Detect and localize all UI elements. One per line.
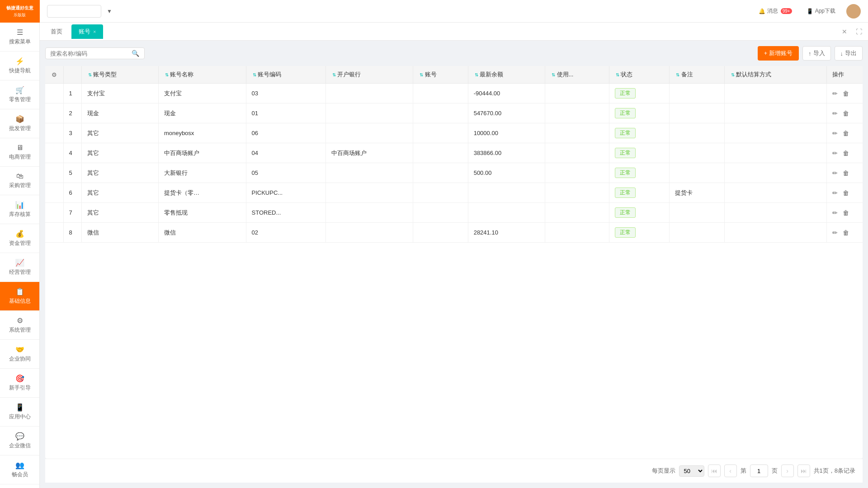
- col-account-no[interactable]: ⇅ 账号: [413, 66, 468, 84]
- edit-button[interactable]: ✏: [832, 189, 838, 197]
- sidebar-item-quick-nav[interactable]: ⚡ 快捷导航: [0, 52, 39, 80]
- next-page-button[interactable]: ›: [781, 465, 794, 477]
- sidebar-item-app-center[interactable]: 📱 应用中心: [0, 398, 39, 427]
- import-icon: ↑: [808, 50, 811, 57]
- search-input[interactable]: [50, 50, 132, 57]
- sidebar-item-enterprise-agreement[interactable]: 🤝 企业协同: [0, 340, 39, 369]
- row-account-code: 05: [246, 163, 326, 183]
- col-settings[interactable]: ⚙: [45, 66, 63, 84]
- delete-button[interactable]: 🗑: [843, 110, 849, 117]
- header-dropdown[interactable]: ▼: [107, 8, 112, 14]
- row-bank: 中百商场账户: [326, 143, 413, 163]
- row-settings: [45, 84, 63, 103]
- search-icon[interactable]: 🔍: [132, 50, 139, 57]
- app-download-button[interactable]: 📱 App下载: [803, 5, 839, 17]
- prev-page-button[interactable]: ‹: [724, 465, 737, 477]
- delete-button[interactable]: 🗑: [843, 209, 849, 216]
- sidebar-item-search-menu[interactable]: ☰ 搜索菜单: [0, 23, 39, 52]
- row-account-name: 现金: [158, 103, 246, 123]
- sidebar-item-wholesale-mgmt[interactable]: 📦 批发管理: [0, 109, 39, 138]
- delete-button[interactable]: 🗑: [843, 189, 849, 197]
- sidebar-item-purchase-mgmt[interactable]: 🛍 采购管理: [0, 167, 39, 195]
- status-badge: 正常: [615, 227, 636, 238]
- row-usage: [545, 143, 609, 163]
- edit-button[interactable]: ✏: [832, 130, 838, 137]
- delete-button[interactable]: 🗑: [843, 130, 849, 137]
- sidebar-item-new-guide[interactable]: 🎯 新手引导: [0, 369, 39, 398]
- table-row: 7 其它 零售抵现 STORED... 正常 ✏ 🗑: [45, 203, 863, 223]
- row-default-settlement: [724, 183, 826, 203]
- status-badge: 正常: [615, 168, 636, 178]
- col-remark[interactable]: ⇅ 备注: [670, 66, 724, 84]
- import-label: 导入: [813, 49, 825, 57]
- tab-expand-button[interactable]: ⛶: [854, 26, 864, 37]
- row-default-settlement: [724, 163, 826, 183]
- app-logo: 畅捷通好生意 乐版版: [0, 0, 40, 23]
- settings-icon[interactable]: ⚙: [52, 71, 57, 78]
- edit-button[interactable]: ✏: [832, 110, 838, 117]
- row-account-name: 微信: [158, 223, 246, 243]
- page-size-select[interactable]: 50 100 200: [679, 465, 704, 477]
- sidebar-item-ecommerce-mgmt[interactable]: 🖥 电商管理: [0, 138, 39, 167]
- delete-button[interactable]: 🗑: [843, 169, 849, 177]
- sidebar-item-inventory-check[interactable]: 📊 库存核算: [0, 195, 39, 224]
- row-account-type: 支付宝: [81, 84, 158, 103]
- row-action: ✏ 🗑: [826, 163, 863, 183]
- import-button[interactable]: ↑ 导入: [802, 46, 831, 61]
- sidebar-item-capital-mgmt[interactable]: 💰 资金管理: [0, 224, 39, 253]
- export-button[interactable]: ↓ 导出: [835, 46, 863, 61]
- row-settings: [45, 223, 63, 243]
- row-status: 正常: [609, 143, 669, 163]
- row-bank: [326, 123, 413, 143]
- row-status: 正常: [609, 183, 669, 203]
- tab-close-icon[interactable]: ×: [93, 29, 96, 34]
- sidebar-item-changhui-member[interactable]: 👥 畅会员: [0, 455, 39, 484]
- tab-home[interactable]: 首页: [43, 24, 70, 39]
- col-bank[interactable]: ⇅ 开户银行: [326, 66, 413, 84]
- sidebar-item-enterprise-wechat[interactable]: 💬 企业微信: [0, 427, 39, 455]
- col-default-settlement[interactable]: ⇅ 默认结算方式: [724, 66, 826, 84]
- delete-button[interactable]: 🗑: [843, 229, 849, 236]
- delete-button[interactable]: 🗑: [843, 150, 849, 157]
- sidebar-item-label: 企业协同: [9, 355, 31, 363]
- sidebar-item-label: 畅会员: [12, 471, 28, 479]
- edit-button[interactable]: ✏: [832, 90, 838, 97]
- edit-button[interactable]: ✏: [832, 209, 838, 216]
- first-page-button[interactable]: ⏮: [708, 465, 721, 477]
- sidebar-item-retail-mgmt[interactable]: 🛒 零售管理: [0, 80, 39, 109]
- notification-button[interactable]: 🔔 消息 99+: [755, 5, 796, 17]
- sidebar-item-basic-info[interactable]: 📋 基础信息: [0, 282, 39, 311]
- row-remark: [670, 143, 724, 163]
- sidebar-item-label: 企业微信: [9, 442, 31, 450]
- col-account-name[interactable]: ⇅ 账号名称: [158, 66, 246, 84]
- add-account-button[interactable]: + 新增账号: [758, 46, 799, 61]
- row-latest-balance: 383866.00: [468, 143, 545, 163]
- row-latest-balance: 547670.00: [468, 103, 545, 123]
- edit-button[interactable]: ✏: [832, 169, 838, 177]
- page-input[interactable]: [750, 465, 768, 477]
- sidebar-item-label: 电商管理: [9, 153, 31, 161]
- tab-account[interactable]: 账号 ×: [71, 24, 103, 39]
- col-latest-balance[interactable]: ⇅ 最新余额: [468, 66, 545, 84]
- sidebar-item-ops-mgmt[interactable]: 📈 经营管理: [0, 253, 39, 282]
- sidebar-item-sys-mgmt[interactable]: ⚙ 系统管理: [0, 311, 39, 340]
- row-action: ✏ 🗑: [826, 123, 863, 143]
- retail-icon: 🛒: [15, 86, 24, 94]
- row-action: ✏ 🗑: [826, 203, 863, 223]
- page-size-label: 每页显示: [652, 467, 675, 475]
- col-usage[interactable]: ⇅ 使用...: [545, 66, 609, 84]
- add-account-label: + 新增账号: [764, 49, 793, 57]
- col-account-code[interactable]: ⇅ 账号编码: [246, 66, 326, 84]
- delete-button[interactable]: 🗑: [843, 90, 849, 97]
- page-label: 第: [741, 467, 746, 475]
- header-search-input[interactable]: [47, 5, 101, 18]
- row-account-type: 微信: [81, 223, 158, 243]
- last-page-button[interactable]: ⏭: [797, 465, 810, 477]
- col-status[interactable]: ⇅ 状态: [609, 66, 669, 84]
- user-avatar[interactable]: [846, 4, 861, 19]
- header-right: 🔔 消息 99+ 📱 App下载: [755, 4, 861, 19]
- col-account-type[interactable]: ⇅ 账号类型: [81, 66, 158, 84]
- edit-button[interactable]: ✏: [832, 150, 838, 157]
- tab-close-all-button[interactable]: ✕: [839, 26, 850, 37]
- edit-button[interactable]: ✏: [832, 229, 838, 236]
